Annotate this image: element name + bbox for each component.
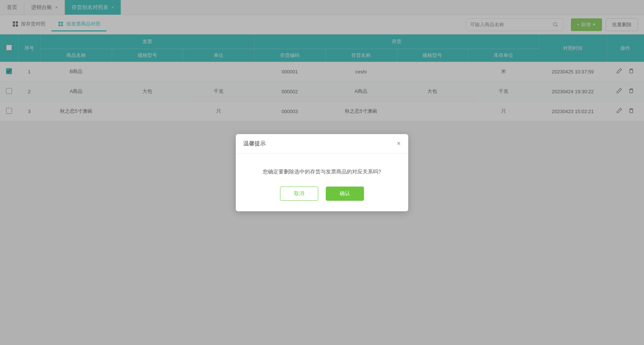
overlay: 温馨提示 × 您确定要删除选中的存货与发票商品的对应关系吗? 取消 确认	[0, 0, 644, 121]
